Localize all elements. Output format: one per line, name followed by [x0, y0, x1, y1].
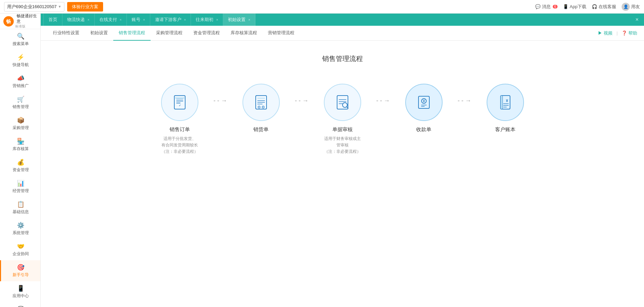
step-name-delivery: 销货单	[253, 126, 269, 133]
step-name-account-book: 客户账本	[495, 126, 515, 133]
app-center-icon: 📱	[17, 285, 24, 292]
sidebar-item-system[interactable]: ⚙️ 系统管理	[0, 218, 40, 239]
tab-account-close[interactable]: ×	[143, 18, 145, 22]
message-badge: 6	[553, 5, 558, 8]
flow-title: 销售管理流程	[61, 54, 624, 63]
app-icon: 📱	[563, 4, 568, 9]
sidebar-item-label-basic: 基础信息	[13, 209, 29, 215]
tab-initial-setup[interactable]: 初始设置 ×	[223, 14, 255, 26]
svg-point-14	[262, 106, 264, 108]
tab-invite-close[interactable]: ×	[184, 18, 186, 22]
enterprise-icon: 🤝	[17, 243, 24, 250]
sidebar-item-label-system: 系统管理	[13, 230, 29, 236]
arrow-icon-3: - - →	[376, 97, 390, 104]
page-content: 行业特性设置 初始设置 销售管理流程 采购管理流程 资金管理流程 库存核算流程	[41, 26, 644, 307]
flow-circle-sales-order: ✓	[161, 84, 198, 121]
help-link[interactable]: ❓ 帮助	[622, 30, 637, 36]
tab-period-init[interactable]: 往来期初 ×	[191, 14, 223, 26]
sidebar: 畅 畅捷通好生意 标准版 🔍 搜索菜单 ⚡ 快捷导航 📣 营销推广 🛒 销售管理…	[0, 14, 41, 307]
sidebar-item-marketing-promo[interactable]: 📣 营销推广	[0, 71, 40, 92]
sub-tab-industry[interactable]: 行业特性设置	[47, 26, 85, 41]
message-icon: 💬	[535, 4, 541, 9]
flow-step-receipt: ¥ 收款单	[393, 84, 454, 136]
sidebar-item-sales[interactable]: 🛒 销售管理	[0, 92, 40, 113]
sidebar-item-purchase[interactable]: 📦 采购管理	[0, 113, 40, 134]
step-name-review: 单据审核	[332, 126, 353, 133]
sidebar-item-label-guide: 新手引导	[13, 272, 29, 278]
tab-period-init-close[interactable]: ×	[216, 18, 218, 22]
message-item[interactable]: 💬 消息 6	[535, 4, 558, 10]
sidebar-item-guide[interactable]: 🎯 新手引导	[0, 260, 40, 281]
inventory-icon: 🏪	[17, 138, 24, 145]
sub-tab-right: ▶ 视频 | ❓ 帮助	[598, 30, 637, 36]
tab-account-label: 账号	[132, 17, 140, 23]
flow-circle-account-book: ¥	[487, 84, 524, 121]
sub-tab-purchase-flow[interactable]: 采购管理流程	[151, 26, 188, 41]
sales-icon: 🛒	[17, 96, 24, 103]
finance-icon: 💰	[17, 159, 24, 166]
tab-payment[interactable]: 在线支付 ×	[95, 14, 127, 26]
sub-tab-marketing-flow-label: 营销管理流程	[268, 30, 294, 36]
user-avatar-item[interactable]: 👤 用友	[622, 3, 640, 11]
sub-tab-finance-flow[interactable]: 资金管理流程	[188, 26, 225, 41]
tab-payment-close[interactable]: ×	[120, 18, 122, 22]
sales-order-icon: ✓	[171, 94, 189, 111]
sub-tab-sales-flow-label: 销售管理流程	[119, 30, 145, 36]
video-link[interactable]: ▶ 视频	[598, 30, 612, 36]
account-book-icon: ¥	[496, 94, 514, 111]
svg-text:畅: 畅	[6, 19, 11, 24]
sidebar-item-quick[interactable]: ⚡ 快捷导航	[0, 50, 40, 71]
tab-logistics-close[interactable]: ×	[87, 18, 90, 22]
sub-tabs: 行业特性设置 初始设置 销售管理流程 采购管理流程 资金管理流程 库存核算流程	[41, 26, 644, 41]
tab-invite[interactable]: 邀请下游客户 ×	[150, 14, 191, 26]
logo-icon: 畅	[3, 15, 14, 27]
sidebar-item-wechat[interactable]: 💬 企业微信	[0, 302, 40, 307]
service-item[interactable]: 🎧 在线客服	[592, 4, 616, 10]
message-label: 消息	[542, 4, 551, 10]
sidebar-item-label-app-center: 应用中心	[13, 293, 29, 299]
sub-tab-sales-flow[interactable]: 销售管理流程	[113, 26, 151, 41]
arrow-icon-4: - - →	[458, 97, 471, 104]
top-bar: 用户690企业1660120507 ▼ 体验行业方案 💬 消息 6 📱 App下…	[0, 0, 644, 14]
user-select[interactable]: 用户690企业1660120507 ▼	[4, 2, 64, 12]
sub-tab-init[interactable]: 初始设置	[85, 26, 113, 41]
tab-initial-setup-close[interactable]: ×	[248, 18, 250, 22]
sub-tab-inventory-flow[interactable]: 库存核算流程	[225, 26, 262, 41]
help-icon: ❓	[622, 30, 627, 36]
tab-account[interactable]: 账号 ×	[127, 14, 150, 26]
trial-button[interactable]: 体验行业方案	[67, 2, 103, 12]
sidebar-item-search[interactable]: 🔍 搜索菜单	[0, 29, 40, 50]
sidebar-item-label-quick: 快捷导航	[13, 62, 29, 68]
tab-logistics[interactable]: 物流快递 ×	[62, 14, 95, 26]
top-bar-left: 用户690企业1660120507 ▼ 体验行业方案	[4, 2, 103, 12]
top-bar-right: 💬 消息 6 📱 App下载 🎧 在线客服 👤 用友	[535, 3, 640, 11]
sidebar-item-inventory[interactable]: 🏪 库存核算	[0, 134, 40, 155]
flow-circle-delivery	[242, 84, 280, 121]
flow-step-review: 单据审核 适用于财务审核或主管审核（注：非必要流程）	[312, 84, 373, 155]
sidebar-item-app-center[interactable]: 📱 应用中心	[0, 281, 40, 302]
sidebar-item-operations[interactable]: 📊 经营管理	[0, 176, 40, 197]
nav-close-all[interactable]: ×	[633, 17, 641, 23]
content-area: 首页 物流快递 × 在线支付 × 账号 × 邀请下游客户 × 往来期初 ×	[41, 14, 644, 307]
sidebar-item-basic[interactable]: 📋 基础信息	[0, 197, 40, 218]
tab-logistics-label: 物流快递	[67, 17, 85, 23]
tab-initial-setup-label: 初始设置	[228, 17, 246, 23]
tab-payment-label: 在线支付	[99, 17, 117, 23]
flow-arrow-3: - - →	[373, 84, 393, 104]
tab-home[interactable]: 首页	[43, 14, 62, 26]
sidebar-item-enterprise[interactable]: 🤝 企业协同	[0, 239, 40, 260]
sidebar-item-finance[interactable]: 💰 资金管理	[0, 155, 40, 176]
user-name: 用友	[631, 4, 640, 10]
svg-point-19	[343, 103, 347, 107]
delivery-icon	[252, 94, 270, 111]
marketing-promo-icon: 📣	[17, 75, 24, 82]
nav-tabs: 首页 物流快递 × 在线支付 × 账号 × 邀请下游客户 × 往来期初 ×	[41, 14, 644, 26]
review-icon	[334, 94, 351, 111]
sub-tab-marketing-flow[interactable]: 营销管理流程	[262, 26, 300, 41]
app-download-item[interactable]: 📱 App下载	[563, 4, 586, 10]
flow-arrow-1: - - →	[210, 84, 231, 104]
logo-badge: 标准版	[15, 24, 37, 29]
system-icon: ⚙️	[17, 222, 24, 229]
flow-step-sales-order: ✓ 销售订单 适用于分批发货、有合同发货周期较长（注：非必要流程）	[149, 84, 210, 155]
svg-text:✓: ✓	[178, 104, 181, 107]
